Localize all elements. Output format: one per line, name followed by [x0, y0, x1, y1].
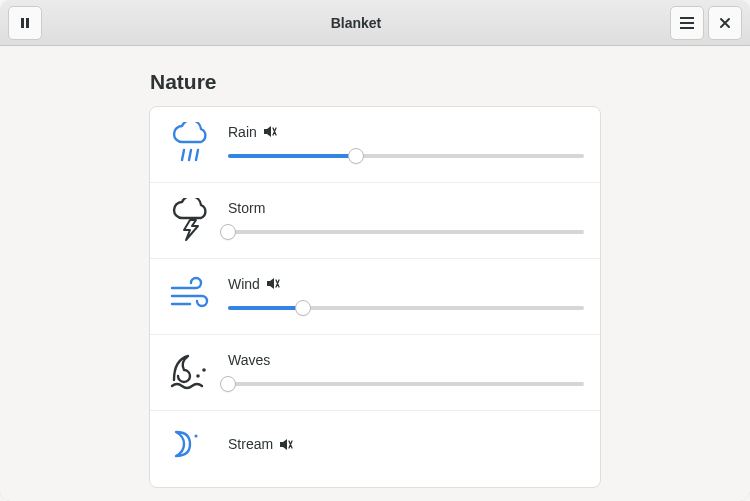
sound-label-line: Rain: [228, 124, 584, 140]
slider-thumb[interactable]: [220, 224, 236, 240]
sound-label: Waves: [228, 352, 270, 368]
sound-list: Rain Storm: [149, 106, 601, 488]
volume-slider[interactable]: [228, 224, 584, 240]
section-title: Nature: [150, 70, 750, 94]
slider-track: [228, 230, 584, 234]
sound-details: Stream: [228, 436, 584, 460]
sound-details: Rain: [228, 124, 584, 164]
svg-point-8: [196, 374, 200, 378]
sound-label: Rain: [228, 124, 257, 140]
rain-icon: [166, 122, 214, 166]
speaker-icon: [279, 438, 293, 451]
pause-button[interactable]: [8, 6, 42, 40]
sound-row-rain: Rain: [150, 107, 600, 183]
sound-label-line: Waves: [228, 352, 584, 368]
sound-details: Storm: [228, 200, 584, 240]
sound-row-storm: Storm: [150, 183, 600, 259]
sound-icon-col: [166, 198, 228, 242]
sound-details: Wind: [228, 276, 584, 316]
sound-label-line: Stream: [228, 436, 584, 452]
volume-slider[interactable]: [228, 376, 584, 392]
sound-label: Storm: [228, 200, 265, 216]
wind-icon: [166, 274, 214, 318]
sound-row-waves: Waves: [150, 335, 600, 411]
svg-line-5: [182, 150, 184, 160]
svg-rect-4: [680, 27, 694, 29]
content-area: Nature Rain: [0, 46, 750, 501]
sound-details: Waves: [228, 352, 584, 392]
stream-icon: [166, 426, 214, 470]
app-window: Blanket Nature Rain: [0, 0, 750, 501]
svg-rect-3: [680, 22, 694, 24]
sound-icon-col: [166, 274, 228, 318]
sound-row-stream: Stream: [150, 411, 600, 487]
window-title: Blanket: [44, 15, 668, 31]
svg-rect-1: [26, 18, 29, 28]
close-icon: [719, 17, 731, 29]
speaker-icon: [266, 277, 280, 290]
svg-rect-0: [21, 18, 24, 28]
sound-row-wind: Wind: [150, 259, 600, 335]
pause-icon: [19, 17, 31, 29]
volume-slider[interactable]: [228, 300, 584, 316]
sound-icon-col: [166, 122, 228, 166]
sound-label: Wind: [228, 276, 260, 292]
svg-rect-2: [680, 17, 694, 19]
waves-icon: [166, 350, 214, 394]
volume-slider[interactable]: [228, 148, 584, 164]
slider-fill: [228, 306, 303, 310]
svg-line-6: [189, 150, 191, 160]
slider-thumb[interactable]: [348, 148, 364, 164]
slider-fill: [228, 154, 356, 158]
close-button[interactable]: [708, 6, 742, 40]
svg-line-7: [196, 150, 198, 160]
sound-label-line: Wind: [228, 276, 584, 292]
slider-thumb[interactable]: [295, 300, 311, 316]
sound-label: Stream: [228, 436, 273, 452]
storm-icon: [166, 198, 214, 242]
sound-icon-col: [166, 350, 228, 394]
speaker-icon: [263, 125, 277, 138]
hamburger-icon: [680, 17, 694, 29]
slider-track: [228, 382, 584, 386]
svg-point-10: [194, 434, 197, 437]
slider-thumb[interactable]: [220, 376, 236, 392]
svg-point-9: [202, 368, 206, 372]
sound-icon-col: [166, 426, 228, 470]
sound-label-line: Storm: [228, 200, 584, 216]
menu-button[interactable]: [670, 6, 704, 40]
headerbar: Blanket: [0, 0, 750, 46]
